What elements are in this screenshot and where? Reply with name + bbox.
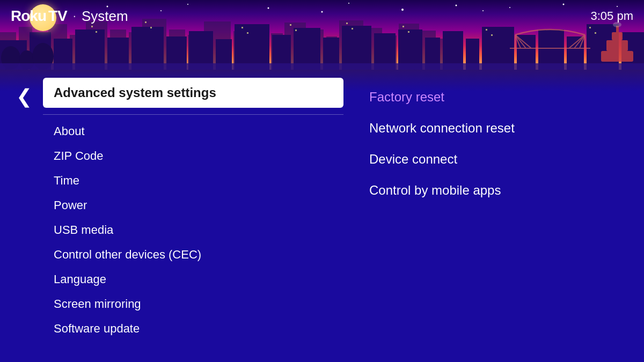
header-separator: · [73,9,76,23]
section-header-text: Advanced system settings [54,85,216,100]
menu-item-screen-mirroring[interactable]: Screen mirroring [43,292,343,316]
menu-item-about[interactable]: About [43,119,343,144]
header-title: System [82,8,128,25]
svg-rect-67 [612,32,623,40]
right-menu-item-mobile-apps[interactable]: Control by mobile apps [365,176,628,204]
svg-rect-55 [0,63,644,70]
roku-logo-text: Roku [11,8,46,25]
menu-item-language[interactable]: Language [43,267,343,292]
left-panel: Advanced system settings AboutZIP CodeTi… [43,78,343,351]
svg-rect-66 [606,40,628,51]
right-menu-item-factory-reset[interactable]: Factory reset [365,83,628,111]
header: Roku TV · System 3:05 pm [0,0,644,32]
right-menu-item-network-reset[interactable]: Network connection reset [365,114,628,142]
header-time: 3:05 pm [591,9,634,23]
svg-rect-37 [342,26,371,70]
menu-item-power[interactable]: Power [43,193,343,218]
back-button[interactable]: ❮ [11,83,38,110]
content-area: Advanced system settings AboutZIP CodeTi… [0,72,644,362]
right-menu-list: Factory resetNetwork connection resetDev… [365,83,628,204]
right-panel: Factory resetNetwork connection resetDev… [365,78,628,351]
menu-item-cec[interactable]: Control other devices (CEC) [43,242,343,267]
right-menu-item-device-connect[interactable]: Device connect [365,145,628,173]
left-menu-list: AboutZIP CodeTimePowerUSB mediaControl o… [43,119,343,341]
roku-tv-text: TV [48,8,68,25]
svg-rect-75 [247,32,248,34]
svg-rect-65 [601,51,633,62]
menu-item-time[interactable]: Time [43,168,343,193]
svg-rect-83 [491,34,493,36]
roku-logo: Roku TV [11,8,68,25]
menu-item-zip-code[interactable]: ZIP Code [43,144,343,168]
menu-item-software-update[interactable]: Software update [43,316,343,341]
menu-item-usb-media[interactable]: USB media [43,218,343,242]
section-header: Advanced system settings [43,78,343,108]
svg-rect-85 [595,32,596,34]
divider [43,114,343,115]
